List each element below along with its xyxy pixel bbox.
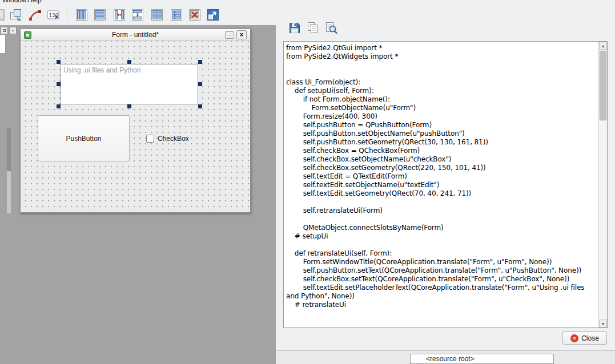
find-icon[interactable] (324, 21, 338, 35)
copy-icon[interactable] (306, 21, 320, 35)
layout-grid-icon[interactable] (150, 7, 164, 22)
selection-handle-mid-left[interactable] (57, 82, 61, 86)
raise-lower-icon[interactable] (9, 7, 23, 22)
menubar: Window Help (0, 0, 615, 5)
menu-window[interactable]: Window (2, 0, 27, 4)
form-window-titlebar[interactable]: Form - untitled* - × (21, 29, 250, 41)
form-window-title: Form - untitled* (21, 31, 250, 39)
layout-horizontal-splitter-icon[interactable] (112, 7, 127, 22)
pushbutton-widget[interactable]: PushButton (38, 115, 130, 161)
selection-handle-top-left[interactable] (57, 60, 61, 64)
textedit-widget[interactable]: Using .ui files and Python (61, 64, 198, 104)
selection-handle-bottom-left[interactable] (57, 104, 61, 108)
generated-code[interactable]: from PySide2.QtGui import * from PySide2… (286, 44, 598, 326)
selection-handle-top-center[interactable] (127, 60, 131, 64)
textedit-placeholder: Using .ui files and Python (63, 66, 140, 74)
edit-widgets-icon[interactable] (0, 7, 6, 22)
close-button[interactable]: × (236, 30, 247, 39)
layout-form-icon[interactable] (169, 7, 184, 22)
edit-tab-order-icon[interactable]: 123 (46, 7, 61, 22)
toolbar-separator (67, 9, 67, 21)
break-layout-icon[interactable] (187, 7, 202, 22)
close-icon: × (570, 334, 578, 342)
checkbox-widget[interactable]: CheckBox (146, 127, 204, 150)
checkbox-label: CheckBox (158, 135, 189, 143)
code-scrollbar[interactable]: ▲ ▼ (598, 42, 607, 327)
widget-box-scrollbar[interactable] (7, 128, 11, 213)
resource-browser-root[interactable]: <resource root> (410, 354, 554, 364)
dock-float-button[interactable] (1, 27, 8, 34)
form-window[interactable]: Form - untitled* - × Using .ui files and… (20, 29, 251, 213)
layout-vertical-splitter-icon[interactable] (130, 7, 145, 22)
selection-handle-top-right[interactable] (198, 60, 202, 64)
layout-horizontal-icon[interactable] (74, 7, 89, 22)
minimize-button[interactable]: - (225, 31, 234, 39)
dialog-close-button[interactable]: × Close (562, 331, 607, 345)
checkbox-indicator[interactable] (146, 135, 154, 143)
scroll-down-button[interactable]: ▼ (599, 319, 607, 327)
edit-signals-slots-icon[interactable] (27, 7, 42, 22)
float-icon (3, 29, 6, 32)
form-canvas[interactable]: Using .ui files and Python PushButton Ch… (21, 41, 250, 212)
adjust-size-icon[interactable] (206, 7, 220, 22)
scroll-up-button[interactable]: ▲ (599, 42, 607, 50)
widget-box-fragment (0, 34, 6, 54)
selection-handle-bottom-right[interactable] (198, 104, 202, 108)
scrollbar-thumb[interactable] (7, 128, 11, 171)
selection-handle-bottom-center[interactable] (127, 104, 131, 108)
dock-close-icon: × (11, 28, 14, 33)
code-scrollbar-thumb[interactable] (600, 51, 606, 120)
layout-vertical-icon[interactable] (93, 7, 107, 22)
close-button-label: Close (581, 334, 599, 342)
selection-handle-mid-right[interactable] (198, 82, 202, 86)
save-icon[interactable] (288, 21, 302, 35)
qt-designer-app: Window Help 123 (0, 0, 615, 364)
code-view[interactable]: from PySide2.QtGui import * from PySide2… (283, 41, 608, 328)
menu-help[interactable]: Help (27, 0, 42, 4)
dock-close-button[interactable]: × (9, 27, 17, 34)
